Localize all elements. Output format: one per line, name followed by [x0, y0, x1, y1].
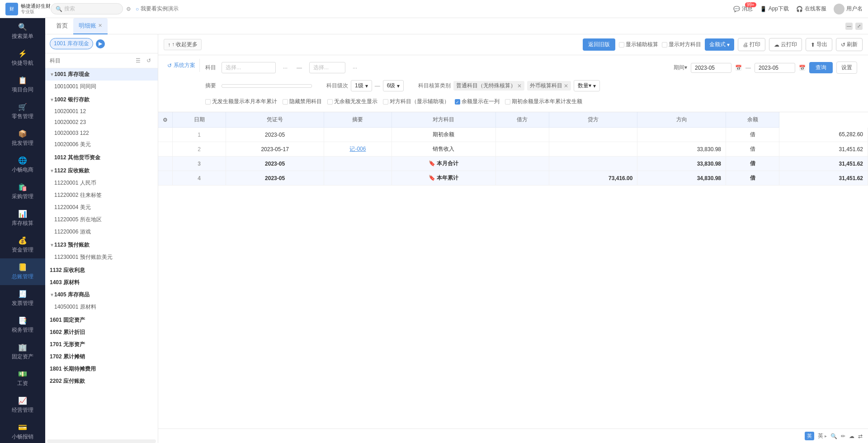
- sidebar-item-inventory[interactable]: 📊 库存核算: [0, 205, 45, 232]
- sidebar-item-tax[interactable]: 📑 税务管理: [0, 312, 45, 338]
- tree-item-1405[interactable]: ▼ 1405 库存商品: [45, 289, 158, 301]
- tree-item-11220001[interactable]: 11220001 人民币: [45, 177, 158, 189]
- print-button[interactable]: 🖨 打印: [738, 38, 765, 51]
- tree-item-1132[interactable]: 1132 应收利息: [45, 264, 158, 276]
- sidebar-item-accounting[interactable]: 📒 总账管理: [0, 258, 45, 285]
- tree-item-1001[interactable]: ▼ 1001 库存现金: [45, 68, 158, 81]
- period-calendar-icon[interactable]: 📅: [735, 65, 742, 71]
- settings-icon[interactable]: ⚙: [125, 5, 132, 13]
- horizontal-scrollbar[interactable]: [47, 439, 156, 443]
- period-end-calendar-icon[interactable]: 📅: [799, 65, 806, 71]
- tree-item-1801[interactable]: 1801 长期待摊费用: [45, 363, 158, 375]
- tree-item-2202[interactable]: 2202 应付账款: [45, 375, 158, 387]
- type-foreign-close-icon[interactable]: ✕: [564, 83, 568, 89]
- tab-close-icon[interactable]: ✕: [98, 23, 102, 29]
- type-normal-close-icon[interactable]: ✕: [517, 83, 522, 89]
- sidebar-item-ops[interactable]: 📈 经营管理: [0, 392, 45, 419]
- account-selector[interactable]: 1001 库存现金: [50, 38, 93, 49]
- row-settings-1[interactable]: [158, 128, 173, 142]
- tree-list-icon[interactable]: ☰: [133, 56, 142, 65]
- window-maximize[interactable]: ⤢: [855, 23, 863, 30]
- row-settings-2[interactable]: [158, 142, 173, 157]
- search-box[interactable]: 🔍 搜索: [51, 3, 123, 14]
- back-old-version-button[interactable]: 返回旧版: [583, 38, 615, 51]
- tree-item-1702[interactable]: 1702 累计摊销: [45, 351, 158, 363]
- level-end-select[interactable]: 6级 ▾: [383, 80, 404, 91]
- row-settings-3[interactable]: [158, 157, 173, 171]
- sidebar-item-wholesale[interactable]: 📦 批发管理: [0, 125, 45, 152]
- tree-item-1012[interactable]: 1012 其他货币资金: [45, 152, 158, 164]
- cloud-button[interactable]: ☁: [849, 433, 854, 439]
- sidebar-item-ecommerce[interactable]: 🌐 小畅电商: [0, 152, 45, 178]
- voucher-link-2[interactable]: 记-006: [349, 146, 366, 152]
- sidebar-item-project[interactable]: 📋 项目合同: [0, 71, 45, 98]
- zoom-button[interactable]: 🔍: [830, 433, 837, 439]
- sidebar-item-finance[interactable]: 💰 资金管理: [0, 232, 45, 258]
- cb-hide-disabled[interactable]: 隐藏禁用科目: [283, 98, 322, 105]
- cloud-print-button[interactable]: ☁ 云打印: [769, 38, 802, 51]
- sidebar-item-purchase[interactable]: 🛍️ 采购管理: [0, 178, 45, 205]
- show-opposite-checkbox[interactable]: 显示对方科目: [662, 41, 701, 48]
- sync-button[interactable]: ⇄: [858, 433, 863, 439]
- tree-item-1403[interactable]: 1403 原材料: [45, 276, 158, 289]
- sidebar-item-invoice[interactable]: 🧾 发票管理: [0, 285, 45, 312]
- tree-item-10020003[interactable]: 10020003 122: [45, 128, 158, 138]
- tree-item-11220005[interactable]: 11220005 所在地区: [45, 214, 158, 226]
- expand-more-button[interactable]: ↑ ↑ 收起更多: [164, 39, 202, 50]
- demo-link[interactable]: ○ 我要看实例演示: [136, 5, 179, 13]
- refresh-button[interactable]: ↺ 刷新: [836, 38, 863, 51]
- show-aux-checkbox[interactable]: 显示辅助核算: [619, 41, 658, 48]
- tree-item-11220002[interactable]: 11220002 往来标签: [45, 189, 158, 201]
- query-button[interactable]: 查询: [809, 62, 833, 73]
- cb-show-opposite[interactable]: 对方科目（显示辅助项）: [383, 98, 449, 105]
- app-download-button[interactable]: 📱 App下载: [760, 5, 789, 13]
- tree-item-10020001[interactable]: 10020001 12: [45, 106, 158, 117]
- online-service-button[interactable]: 🎧 在线客服: [796, 5, 826, 13]
- export-button[interactable]: ⬆ 导出: [806, 38, 832, 51]
- tree-item-1601[interactable]: 1601 固定资产: [45, 314, 158, 326]
- sidebar-item-salary[interactable]: 💵 工资: [0, 365, 45, 392]
- type-qty-select[interactable]: 数量▾ ▾: [574, 80, 600, 91]
- window-minimize[interactable]: —: [845, 23, 853, 30]
- tree-item-10010001[interactable]: 10010001 同同同: [45, 81, 158, 93]
- period-end-input[interactable]: 2023-05: [755, 63, 795, 73]
- account-next-button[interactable]: ▶: [96, 39, 105, 48]
- tree-item-1602[interactable]: 1602 累计折旧: [45, 326, 158, 338]
- tree-item-11220004[interactable]: 11220004 美元: [45, 201, 158, 214]
- th-settings[interactable]: ⚙: [158, 112, 173, 128]
- tree-item-1123[interactable]: ▼ 1123 预付账款: [45, 239, 158, 251]
- tree-item-1122[interactable]: ▼ 1122 应收账款: [45, 165, 158, 177]
- sidebar-item-assets[interactable]: 🏢 固定资产: [0, 338, 45, 365]
- message-button[interactable]: 💬 消息 99+: [733, 5, 753, 13]
- level-start-select[interactable]: 1级 ▾: [351, 80, 372, 91]
- row-voucher-2[interactable]: 记-006: [324, 142, 392, 157]
- sidebar-item-retail[interactable]: 🛒 零售管理: [0, 98, 45, 125]
- amount-format-button[interactable]: 金额式 ▾: [705, 38, 734, 51]
- sidebar-item-search[interactable]: 🔍 搜索菜单: [0, 18, 45, 45]
- cb-no-balance[interactable]: 无发生额显示本月本年累计: [205, 98, 277, 105]
- summary-input[interactable]: [222, 84, 312, 88]
- tab-home[interactable]: 首页: [51, 18, 73, 34]
- edit-icon-button[interactable]: ✏: [841, 433, 845, 439]
- tree-item-10020006[interactable]: 10020006 美元: [45, 138, 158, 151]
- sidebar-item-quick-nav[interactable]: ⚡ 快捷导航: [0, 45, 45, 71]
- scheme-button[interactable]: ↺ 系统方案: [167, 62, 196, 69]
- subject-input[interactable]: 选择...: [222, 62, 276, 73]
- cb-no-balance-display[interactable]: 无余额无发生显示: [327, 98, 377, 105]
- subject-end-input[interactable]: 选择...: [309, 62, 345, 73]
- period-start-input[interactable]: 2023-05: [691, 63, 731, 73]
- tree-item-14050001[interactable]: 14050001 原材料: [45, 301, 158, 313]
- tree-item-1002[interactable]: ▼ 1002 银行存款: [45, 94, 158, 106]
- tree-item-11220006[interactable]: 11220006 游戏: [45, 226, 158, 238]
- translate-button[interactable]: 英: [805, 432, 814, 440]
- sidebar-item-sales[interactable]: 💳 小畅报销: [0, 419, 45, 443]
- user-avatar[interactable]: 用户名: [834, 4, 863, 14]
- tree-item-1701[interactable]: 1701 无形资产: [45, 338, 158, 351]
- tree-item-10020002[interactable]: 10020002 23: [45, 117, 158, 128]
- row-settings-4[interactable]: [158, 171, 173, 186]
- tab-detail[interactable]: 明细账 ✕: [73, 18, 108, 34]
- lang-button[interactable]: 英 ▸: [818, 432, 827, 440]
- tree-refresh-icon[interactable]: ↺: [144, 56, 153, 65]
- filter-settings-button[interactable]: 设置: [836, 62, 857, 74]
- cb-show-initial-cumulative[interactable]: 期初余额显示本年累计发生额: [505, 98, 582, 105]
